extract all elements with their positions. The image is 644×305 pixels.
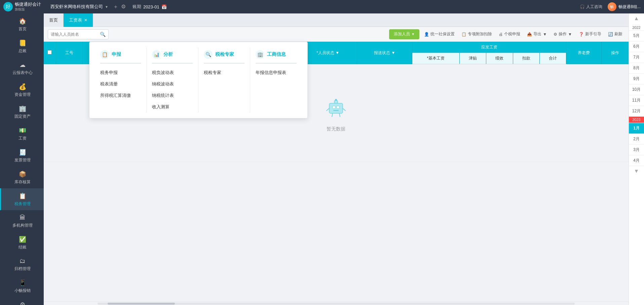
search-icon[interactable]: 🔍 [100,32,106,37]
checkbox-header[interactable] [44,42,56,64]
tax-report-icon: 🖨 [499,32,503,37]
period-calendar-icon[interactable]: 📅 [161,4,167,9]
menu-annual-report[interactable]: 年报信息申报表 [256,67,297,78]
company-dropdown-icon[interactable]: ▼ [105,5,108,9]
month-2022-11[interactable]: 11月 [629,95,644,106]
sidebar-label: 结账 [18,244,27,250]
right-nav-down[interactable]: ▼ [629,166,644,176]
menu-tax-statistics[interactable]: 纳税统计表 [152,90,193,101]
empty-robot-icon [323,94,349,121]
operation-button[interactable]: ⚙ 操作 ▼ [552,31,574,37]
company-selector[interactable]: 西安虾米网络科技有限公司 ▼ ＋ ⚙ [50,3,126,10]
popup-business-info-header: 🏢 工商信息 [256,47,297,64]
tab-salary-table[interactable]: 工资表 ✕ [64,13,93,27]
personal-tax-button[interactable]: 🖨 个税申报 [497,31,522,37]
period-value: 2023-01 [143,4,159,9]
sidebar-item-fixed-assets[interactable]: 🏢 固定资产 [0,101,44,123]
export-button[interactable]: 📤 导出 ▼ [525,31,549,37]
right-nav-up[interactable]: ▲ [629,13,644,24]
month-2022-08[interactable]: 8月 [629,63,644,74]
fund-icon: 💰 [19,83,26,90]
search-input[interactable] [51,32,98,37]
menu-tax-payment-fluctuation[interactable]: 纳税波动表 [152,78,193,90]
popup-declare-header: 📋 申报 [100,47,141,64]
search-wrap: 🔍 [48,29,109,39]
tab-home[interactable]: 首页 [44,13,64,27]
month-2022-10[interactable]: 10月 [629,84,644,95]
menu-income-tax-settle[interactable]: 所得税汇算清缴 [100,90,141,101]
sidebar-item-fund[interactable]: 💰 资金管理 [0,79,44,101]
analysis-label: 分析 [163,51,173,58]
select-all-checkbox[interactable] [47,50,52,54]
month-2022-07[interactable]: 7月 [629,52,644,63]
sidebar-item-invoice[interactable]: 🧾 发票管理 [0,145,44,166]
tax-report-label: 个税申报 [504,31,520,37]
col-pension: 养老费 [566,42,602,64]
company-settings-icon[interactable]: ⚙ [121,3,126,10]
sidebar-item-settlement[interactable]: ✅ 结账 [0,232,44,254]
menu-income-estimate[interactable]: 收入测算 [152,101,193,113]
svg-rect-1 [333,106,335,109]
special-deduction-button[interactable]: 📋 专项附加扣除 [459,31,494,37]
scrollbar-track[interactable] [98,303,575,305]
sidebar-item-basic-settings[interactable]: ⚙ 基础设置 [0,297,44,305]
svg-rect-4 [334,101,338,103]
svg-point-5 [335,99,337,101]
user-info[interactable]: 畅 畅捷通B组... [608,2,641,11]
add-person-button[interactable]: 添加人员 ▼ [389,29,419,39]
menu-tax-expert[interactable]: 税检专家 [204,67,244,78]
tab-salary-label: 工资表 [69,17,82,23]
sidebar-label: 资金管理 [14,92,31,98]
svg-rect-0 [329,103,343,113]
sidebar-item-archive[interactable]: 🗂 归档管理 [0,254,44,275]
month-2022-05[interactable]: 5月 [629,31,644,41]
refresh-button[interactable]: 🔄 刷新 [606,31,624,37]
popup-col-business-info: 🏢 工商信息 年报信息申报表 [250,47,302,113]
header-right: 🎧 人工咨询 畅 畅捷通B组... [580,2,641,11]
xiaochang-icon: 📱 [19,279,26,287]
month-2022-12[interactable]: 12月 [629,106,644,117]
month-2023-02[interactable]: 2月 [629,134,644,145]
support-button[interactable]: 🎧 人工咨询 [580,4,602,10]
month-2023-03[interactable]: 3月 [629,145,644,155]
tab-home-label: 首页 [49,17,58,23]
sidebar-item-home[interactable]: 🏠 首页 [0,13,44,35]
popup-col-tax-expert: 🔍 税检专家 税检专家 [198,47,250,113]
sidebar: 🏠 首页 📒 总账 ☁ 云报表中心 💰 资金管理 🏢 固定资产 💵 工资 🧾 发… [0,13,44,305]
sidebar-item-inventory[interactable]: 📦 库存核算 [0,166,44,188]
top-header: 好 畅捷通好会计 旗舰版 西安虾米网络科技有限公司 ▼ ＋ ⚙ 账期 2023-… [0,0,644,13]
tab-close-icon[interactable]: ✕ [84,18,87,23]
social-label: 统一社保设置 [430,31,455,37]
invoice-icon: 🧾 [19,149,26,156]
support-label: 人工咨询 [586,4,602,10]
logo-icon: 好 [3,2,13,11]
export-label: 导出 [533,31,541,37]
scrollbar-thumb[interactable] [108,303,175,305]
month-2022-06[interactable]: 6月 [629,41,644,52]
sidebar-item-tax[interactable]: 📋 税务管理 [0,188,44,210]
sidebar-item-cloud[interactable]: ☁ 云报表中心 [0,57,44,79]
col-salary-group: 应发工资 [412,42,566,53]
col-deduction: 扣款 [513,53,539,64]
month-2022-09[interactable]: 9月 [629,74,644,84]
company-actions: ＋ ⚙ [113,3,126,10]
social-insurance-button[interactable]: 👤 统一社保设置 [422,31,457,37]
month-2023-04[interactable]: 4月 [629,155,644,166]
add-company-icon[interactable]: ＋ [113,3,118,10]
scrollbar-bottom [44,302,629,305]
menu-tax-table-register[interactable]: 税表清册 [100,78,141,90]
logo-area: 好 畅捷通好会计 旗舰版 [3,2,47,12]
menu-tax-burden-fluctuation[interactable]: 税负波动表 [152,67,193,78]
sidebar-item-ledger[interactable]: 📒 总账 [0,35,44,57]
new-guide-button[interactable]: ❓ 新手引导 [577,31,603,37]
tax-expert-icon: 🔍 [204,50,213,59]
month-2023-01[interactable]: 1月 [629,123,644,134]
sidebar-item-salary[interactable]: 💵 工资 [0,123,44,145]
declare-label: 申报 [112,51,121,58]
settings-icon: ⚙ [20,301,25,305]
sidebar-item-multi-org[interactable]: 🏛 多机构管理 [0,210,44,232]
add-person-label: 添加人员 [394,31,410,37]
sidebar-item-xiaochang[interactable]: 📱 小畅报销 [0,275,44,297]
declare-icon: 📋 [100,50,109,59]
menu-tax-report[interactable]: 税务申报 [100,67,141,78]
